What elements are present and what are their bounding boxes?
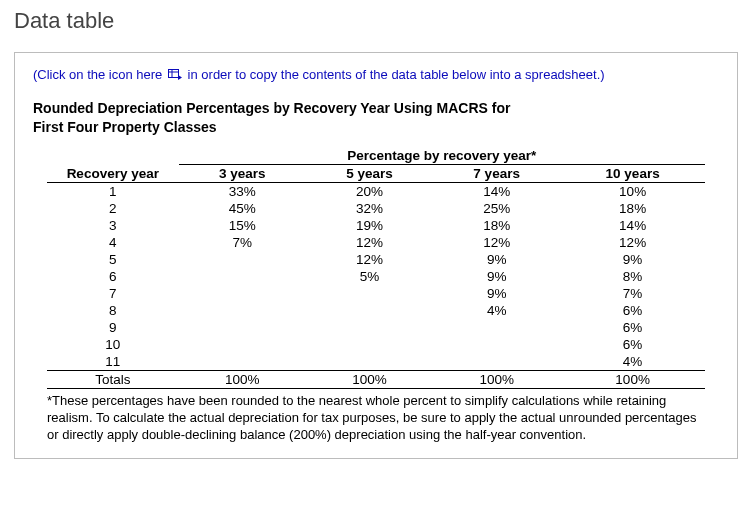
cell [306,336,433,353]
cell: 3 [47,217,179,234]
cell: 32% [306,200,433,217]
table-row: 84%6% [47,302,705,319]
cell [433,353,560,371]
totals-10: 100% [560,370,705,388]
cell: 6% [560,302,705,319]
table-row: 315%19%18%14% [47,217,705,234]
cell: 14% [433,182,560,200]
footnote: *These percentages have been rounded to … [33,393,719,444]
cell: 8 [47,302,179,319]
cell [179,251,306,268]
cell [179,285,306,302]
cell: 9% [433,285,560,302]
table-row: 106% [47,336,705,353]
cell [179,268,306,285]
cell: 19% [306,217,433,234]
data-table-panel: (Click on the icon here in order to copy… [14,52,738,459]
cell: 18% [433,217,560,234]
cell: 7 [47,285,179,302]
cell: 6% [560,319,705,336]
cell [433,319,560,336]
cell: 5 [47,251,179,268]
instruction-pre: (Click on the icon here [33,67,162,82]
cell: 2 [47,200,179,217]
cell: 14% [560,217,705,234]
cell: 7% [179,234,306,251]
cell: 9 [47,319,179,336]
totals-row: Totals100%100%100%100% [47,370,705,388]
cell: 6% [560,336,705,353]
table-row: 96% [47,319,705,336]
totals-5: 100% [306,370,433,388]
totals-7: 100% [433,370,560,388]
cell: 4 [47,234,179,251]
cell: 9% [560,251,705,268]
subtitle-line2: First Four Property Classes [33,119,217,135]
copy-instruction: (Click on the icon here in order to copy… [33,67,719,83]
cell: 9% [433,251,560,268]
cell: 11 [47,353,179,371]
cell: 20% [306,182,433,200]
cell: 7% [560,285,705,302]
copy-to-spreadsheet-icon[interactable] [168,68,182,83]
cell [433,336,560,353]
cell: 4% [433,302,560,319]
instruction-post: in order to copy the contents of the dat… [188,67,605,82]
col-3-years: 3 years [179,164,306,182]
cell: 45% [179,200,306,217]
cell: 33% [179,182,306,200]
cell: 10 [47,336,179,353]
col-recovery-year: Recovery year [47,164,179,182]
cell: 18% [560,200,705,217]
group-header: Percentage by recovery year* [179,147,705,165]
cell [306,302,433,319]
table-row: 133%20%14%10% [47,182,705,200]
cell [179,353,306,371]
subtitle-line1: Rounded Depreciation Percentages by Reco… [33,100,510,116]
col-7-years: 7 years [433,164,560,182]
cell [306,353,433,371]
cell: 6 [47,268,179,285]
cell [306,319,433,336]
cell: 4% [560,353,705,371]
cell [179,336,306,353]
macrs-table: Percentage by recovery year* Recovery ye… [47,147,705,389]
table-row: 47%12%12%12% [47,234,705,251]
svg-marker-3 [178,75,182,80]
cell [306,285,433,302]
cell: 1 [47,182,179,200]
page-title: Data table [14,8,738,34]
table-row: 114% [47,353,705,371]
cell: 5% [306,268,433,285]
cell [179,302,306,319]
cell: 12% [306,234,433,251]
svg-rect-0 [168,70,178,78]
cell: 25% [433,200,560,217]
cell [179,319,306,336]
table-subtitle: Rounded Depreciation Percentages by Reco… [33,99,719,137]
col-5-years: 5 years [306,164,433,182]
table-row: 79%7% [47,285,705,302]
table-row: 512%9%9% [47,251,705,268]
cell: 12% [433,234,560,251]
table-row: 245%32%25%18% [47,200,705,217]
cell: 10% [560,182,705,200]
col-10-years: 10 years [560,164,705,182]
totals-label: Totals [47,370,179,388]
table-row: 65%9%8% [47,268,705,285]
cell: 8% [560,268,705,285]
cell: 12% [560,234,705,251]
cell: 12% [306,251,433,268]
cell: 15% [179,217,306,234]
totals-3: 100% [179,370,306,388]
cell: 9% [433,268,560,285]
